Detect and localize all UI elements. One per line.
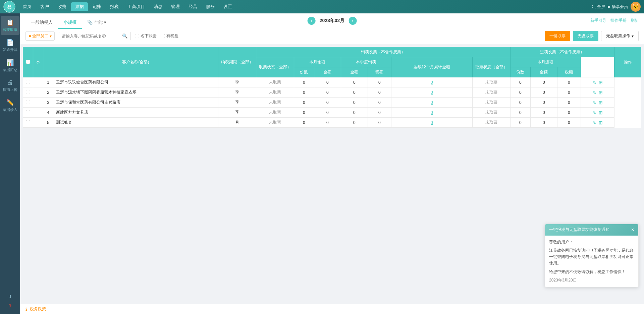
has-tax-disk-checkbox[interactable] — [161, 34, 165, 38]
period-prev-button[interactable]: ‹ — [308, 17, 316, 25]
row-sales-status-cell: 未取票 — [256, 108, 294, 118]
sidebar-item-summary[interactable]: 📊 票据汇总 — [1, 56, 19, 75]
has-tax-disk-checkbox-label[interactable]: 有税盘 — [161, 33, 178, 39]
th-purchase-group: 进项发票（不含作废票） — [510, 47, 614, 57]
sidebar-item-download[interactable]: ⬇ — [1, 292, 19, 302]
nav-customer[interactable]: 客户 — [36, 2, 53, 11]
no-disk-ops-button[interactable]: 无盘取票操作 ▾ — [601, 31, 639, 41]
row-sales-quarterly-tax-cell: 0 — [368, 77, 391, 87]
row-sales-quarterly-amount-cell: 0 — [341, 108, 368, 118]
employee-filter-icon: ■ — [29, 34, 31, 39]
detail-icon[interactable]: ⊞ — [599, 100, 603, 105]
sidebar: 📋 智能取票 📄 发票开具 📊 票据汇总 🖨 扫描上传 ✏️ 票据录入 ⬇ ❓ — [0, 13, 20, 314]
nav-message[interactable]: 消息 — [150, 2, 166, 11]
nav-business[interactable]: 工商项目 — [123, 2, 149, 11]
row-checkbox-cell[interactable] — [23, 108, 33, 118]
period-next-button[interactable]: › — [348, 17, 357, 25]
new-guide-link[interactable]: 新手引导 — [590, 18, 606, 23]
nav-manage[interactable]: 管理 — [167, 2, 184, 11]
row-sales-monthly-copies-cell: 0 — [294, 98, 314, 108]
row-checkbox[interactable] — [26, 80, 30, 84]
row-sales-accum12-cell[interactable]: 0 — [391, 77, 472, 87]
row-sales-accum12-cell[interactable]: 0 — [391, 87, 472, 98]
edit-icon[interactable]: ✎ — [592, 100, 596, 105]
row-checkbox[interactable] — [26, 100, 30, 104]
nav-home[interactable]: 首页 — [19, 2, 36, 11]
no-disk-take-button[interactable]: 无盘取票 — [573, 31, 598, 41]
fullscreen-button[interactable]: ⛶ 全屏 — [592, 4, 605, 10]
sidebar-item-scan-upload[interactable]: 🖨 扫描上传 — [1, 76, 19, 95]
edit-icon[interactable]: ✎ — [592, 80, 596, 85]
nav-settings[interactable]: 设置 — [219, 2, 236, 11]
sub-account-checkbox-label[interactable]: 名下账套 — [135, 33, 157, 39]
sub-account-checkbox[interactable] — [135, 34, 139, 38]
settings-gear-icon[interactable]: ⚙ — [36, 60, 40, 65]
nav-tax[interactable]: 报税 — [106, 2, 123, 11]
period-selector: ‹ 2023年02月 › — [308, 17, 357, 25]
vip-button[interactable]: ▶ 畅享会员 — [608, 4, 628, 10]
search-button[interactable]: 🔍 — [119, 32, 130, 40]
row-settings-cell — [33, 98, 43, 108]
employee-filter[interactable]: ■ 全部员工 ▾ — [25, 32, 55, 41]
user-avatar[interactable]: 🐱 — [631, 2, 641, 12]
row-checkbox[interactable] — [26, 120, 30, 124]
nav-accounting[interactable]: 记账 — [89, 2, 105, 11]
row-period-cell: 月 — [218, 118, 256, 128]
th-sales-take-status: 取票状态（全部） — [256, 57, 294, 77]
nav-billing[interactable]: 收费 — [54, 2, 70, 11]
notification-greeting: 尊敬的用户： — [549, 239, 634, 245]
row-purchase-monthly-copies-cell: 0 — [510, 118, 530, 128]
detail-icon[interactable]: ⊞ — [599, 110, 603, 115]
row-checkbox-cell[interactable] — [23, 118, 33, 128]
th-no — [43, 47, 53, 77]
row-checkbox-cell[interactable] — [23, 77, 33, 87]
th-sales-quarterly: 本季度销项 — [341, 57, 391, 67]
row-no-cell: 5 — [43, 118, 53, 128]
tab-all[interactable]: 📎 全能 ▾ — [82, 17, 112, 29]
one-key-take-button[interactable]: 一键取票 — [545, 31, 570, 41]
row-checkbox-cell[interactable] — [23, 87, 33, 98]
row-sales-status-cell: 未取票 — [256, 98, 294, 108]
row-sales-accum12-cell[interactable]: 0 — [391, 118, 472, 128]
edit-icon[interactable]: ✎ — [592, 90, 596, 95]
row-checkbox-cell[interactable] — [23, 98, 33, 108]
tab-small-scale[interactable]: 小规模 — [58, 17, 82, 29]
nav-service[interactable]: 服务 — [202, 2, 219, 11]
app-logo[interactable]: 易 — [3, 1, 15, 13]
sidebar-item-issue-invoice[interactable]: 📄 发票开具 — [1, 36, 19, 55]
th-sales-accum12: 连续12个月累计金额 — [391, 57, 472, 77]
th-sales-monthly-copies: 份数 — [294, 67, 314, 77]
nav-invoice[interactable]: 票据 — [71, 2, 88, 11]
detail-icon[interactable]: ⊞ — [599, 120, 603, 125]
nav-menu: 首页 客户 收费 票据 记账 报税 工商项目 消息 管理 经营 服务 设置 — [19, 2, 592, 11]
sidebar-item-help[interactable]: ❓ — [1, 302, 19, 311]
th-settings: ⚙ — [33, 47, 43, 77]
refresh-link[interactable]: 刷新 — [631, 18, 639, 23]
row-no-cell: 3 — [43, 98, 53, 108]
search-input[interactable] — [59, 33, 119, 40]
nav-operation[interactable]: 经营 — [184, 2, 201, 11]
edit-icon[interactable]: ✎ — [592, 110, 596, 115]
row-sales-accum12-cell[interactable]: 0 — [391, 98, 472, 108]
row-sales-accum12-cell[interactable]: 0 — [391, 108, 472, 118]
sidebar-item-enter-invoice[interactable]: ✏️ 票据录入 — [1, 96, 19, 115]
row-checkbox[interactable] — [26, 90, 30, 94]
sidebar-bottom: ⬇ ❓ — [1, 292, 19, 314]
manual-link[interactable]: 操作手册 — [610, 18, 627, 23]
row-settings-cell — [33, 118, 43, 128]
detail-icon[interactable]: ⊞ — [599, 90, 603, 95]
tab-general-taxpayer[interactable]: 一般纳税人 — [25, 17, 58, 29]
row-settings-cell — [33, 87, 43, 98]
detail-icon[interactable]: ⊞ — [599, 80, 603, 85]
vip-icon: ▶ — [608, 4, 611, 9]
edit-icon[interactable]: ✎ — [592, 120, 596, 125]
tax-policy-link[interactable]: 税务政策 — [30, 306, 46, 312]
sidebar-item-smart-take[interactable]: 📋 智能取票 — [1, 16, 19, 35]
notification-title: 一键报税与无盘取票功能恢复通知 — [549, 227, 609, 233]
info-icon: ℹ — [25, 307, 27, 312]
chevron-down-icon: ▾ — [104, 20, 106, 25]
select-all-checkbox[interactable] — [26, 60, 30, 64]
row-period-cell: 季 — [218, 77, 256, 87]
notification-close-button[interactable]: × — [631, 227, 634, 233]
row-checkbox[interactable] — [26, 110, 30, 114]
